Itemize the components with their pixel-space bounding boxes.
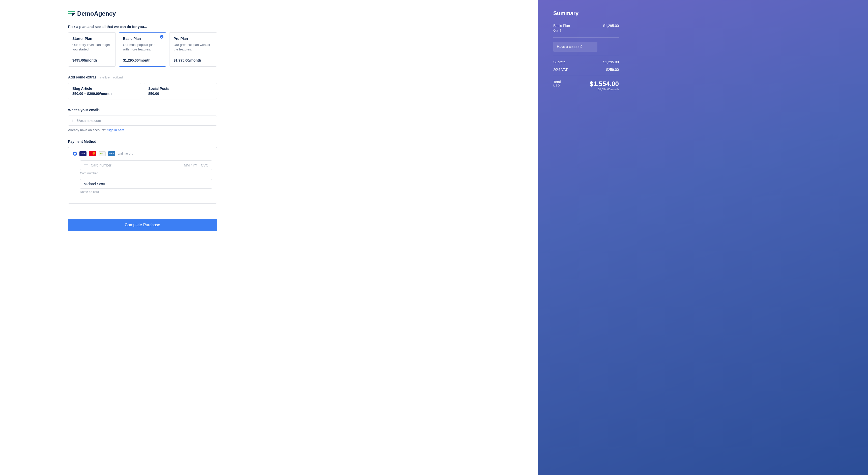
visa-icon: VISA [80, 151, 87, 156]
coupon-input[interactable] [553, 41, 597, 52]
plan-starter[interactable]: Starter Plan Our entry level plan to get… [68, 32, 116, 67]
discover-icon: DISC [99, 151, 106, 156]
card-number-input[interactable]: Card number MM / YY CVC [80, 160, 212, 170]
card-number-placeholder: Card number [91, 163, 181, 167]
extra-price: $50.00 [148, 92, 213, 96]
summary-item-name: Basic Plan [553, 24, 570, 28]
card-number-label: Card number [80, 172, 212, 175]
amex-icon: AMEX [108, 151, 115, 156]
email-input[interactable] [68, 116, 217, 126]
vat-label: 20% VAT [553, 68, 568, 72]
total-currency: USD [553, 84, 561, 88]
plan-pro[interactable]: Pro Plan Our greatest plan with all the … [169, 32, 217, 67]
subtotal-label: Subtotal [553, 60, 566, 64]
mastercard-icon [89, 151, 96, 156]
credit-card-icon [84, 164, 88, 167]
payment-heading: Payment Method [68, 140, 217, 144]
brand-name: DemoAgency [77, 10, 116, 17]
plans-heading: Pick a plan and see all that we can do f… [68, 25, 217, 29]
email-heading: What's your email? [68, 108, 217, 112]
plan-desc: Our greatest plan with all the features. [174, 42, 213, 52]
brand-logo: DemoAgency [68, 10, 217, 17]
plan-price: $1,995.00/month [174, 58, 213, 62]
extra-blog-article[interactable]: Blog Article $50.00 – $200.00/month [68, 83, 141, 99]
extra-title: Social Posts [148, 87, 213, 91]
plan-basic[interactable]: Basic Plan Our most popular plan with mo… [119, 32, 166, 67]
vat-value: $259.00 [606, 68, 619, 72]
extras-tag-optional: optional [113, 76, 123, 79]
plan-desc: Our entry level plan to get you started. [72, 42, 112, 52]
plan-desc: Our most popular plan with more features… [123, 42, 162, 52]
extra-price: $50.00 – $200.00/month [72, 92, 137, 96]
summary-title: Summary [553, 10, 619, 17]
extras-heading: Add some extras [68, 75, 97, 79]
check-icon [160, 35, 163, 38]
summary-panel: Summary Basic Plan $1,295.00 Qty 1 Subto… [538, 0, 868, 475]
summary-qty-value: 1 [560, 29, 561, 32]
total-label: Total [553, 80, 561, 84]
plan-title: Pro Plan [174, 36, 213, 40]
card-cvc-placeholder: CVC [201, 163, 208, 167]
logo-icon [68, 10, 75, 17]
plan-price: $495.00/month [72, 58, 112, 62]
total-recurring: $1,554.00/month [590, 88, 619, 91]
payment-box: VISA DISC AMEX and more... Card number M… [68, 147, 217, 204]
extra-title: Blog Article [72, 87, 137, 91]
name-on-card-label: Name on card [80, 190, 212, 194]
payment-radio-card[interactable] [73, 152, 77, 156]
card-expiry-placeholder: MM / YY [184, 163, 197, 167]
plan-title: Basic Plan [123, 36, 162, 40]
name-on-card-input[interactable] [80, 179, 212, 189]
plan-price: $1,295.00/month [123, 58, 162, 62]
complete-purchase-button[interactable]: Complete Purchase [68, 219, 217, 231]
signin-link[interactable]: Sign in here. [107, 128, 125, 132]
and-more-label: and more... [118, 152, 133, 155]
extras-tag-multiple: multiple [100, 76, 110, 79]
subtotal-value: $1,295.00 [603, 60, 619, 64]
extra-social-posts[interactable]: Social Posts $50.00 [144, 83, 217, 99]
total-amount: $1,554.00 [590, 80, 619, 88]
signin-helper: Already have an account? Sign in here. [68, 128, 217, 132]
summary-qty-label: Qty [553, 29, 558, 32]
plan-title: Starter Plan [72, 36, 112, 40]
summary-item-price: $1,295.00 [603, 24, 619, 28]
